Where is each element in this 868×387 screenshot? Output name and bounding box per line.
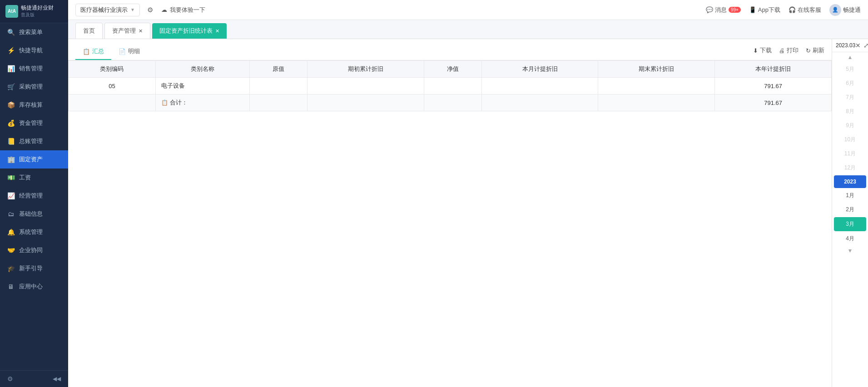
- refresh-label: 刷新: [813, 46, 824, 55]
- company-name: 医疗器械行业演示: [80, 6, 128, 14]
- depreciation-table: 类别编码 类别名称 原值 期初累计折旧 净值 本月计提折旧 期末累计折旧 本年计…: [68, 60, 832, 111]
- date-month-1[interactable]: 1月: [832, 189, 868, 203]
- sidebar-icon-quicknav: ⚡: [7, 47, 15, 54]
- sidebar-item-purchase[interactable]: 🛒 采购管理: [0, 78, 68, 96]
- sidebar-item-funds[interactable]: 💰 资金管理: [0, 114, 68, 132]
- app-download-button[interactable]: 📱 App下载: [749, 6, 780, 14]
- sidebar-icon-ledger: 📒: [7, 138, 15, 145]
- sidebar-item-sales[interactable]: 📊 销售管理: [0, 60, 68, 78]
- date-panel-close-icon[interactable]: ✕: [855, 42, 861, 49]
- sidebar-icon-search: 🔍: [7, 29, 15, 36]
- print-button[interactable]: 🖨 打印: [779, 46, 799, 55]
- sidebar-label-fixed-assets: 固定资产: [19, 155, 43, 164]
- sidebar-item-quicknav[interactable]: ⚡ 快捷导航: [0, 41, 68, 60]
- total-empty: [69, 94, 156, 111]
- sidebar-item-payroll[interactable]: 💵 工资: [0, 169, 68, 187]
- sidebar-label-inventory: 库存核算: [19, 101, 43, 109]
- tab-depreciation[interactable]: 固定资产折旧统计表 ✕: [152, 23, 227, 39]
- collapse-icon[interactable]: ◀◀: [53, 376, 61, 382]
- date-month-7[interactable]: 7月: [832, 90, 868, 104]
- download-button[interactable]: ⬇ 下载: [753, 46, 772, 55]
- company-selector[interactable]: 医疗器械行业演示 ▼: [75, 4, 140, 16]
- date-month-12[interactable]: 12月: [832, 161, 868, 175]
- company-dropdown-icon: ▼: [130, 7, 135, 12]
- sidebar-item-guide[interactable]: 🎓 新手引导: [0, 259, 68, 278]
- user-menu[interactable]: 👤 畅捷通: [829, 4, 861, 16]
- tab-asset-mgmt-close[interactable]: ✕: [139, 28, 143, 34]
- sidebar-label-search: 搜索菜单: [19, 28, 43, 36]
- row-yearly-dep: 791.67: [715, 78, 832, 94]
- refresh-icon: ↻: [806, 47, 811, 54]
- download-label: 下载: [760, 46, 772, 55]
- topbar: 医疗器械行业演示 ▼ ⚙ ☁ 我要体验一下 💬 消息 99+ 📱 App下载 🎧…: [68, 0, 868, 20]
- print-icon: 🖨: [779, 47, 785, 54]
- sidebar-icon-purchase: 🛒: [7, 83, 15, 90]
- tab-asset-mgmt[interactable]: 资产管理 ✕: [104, 23, 150, 39]
- date-scroll-up[interactable]: ▲: [832, 52, 868, 62]
- refresh-button[interactable]: ↻ 刷新: [806, 46, 824, 55]
- subtab-bar: 📋 汇总 📄 明细 ⬇ 下载 🖨 打印: [68, 39, 832, 60]
- row-monthly-dep: [481, 78, 598, 94]
- date-month-2[interactable]: 2月: [832, 203, 868, 217]
- online-service-button[interactable]: 🎧 在线客服: [789, 6, 821, 14]
- service-icon: 🎧: [789, 6, 796, 13]
- tab-asset-mgmt-label: 资产管理: [112, 27, 136, 35]
- logo-title: 畅捷通好业财: [21, 5, 54, 12]
- sidebar-item-app-center[interactable]: 🖥 应用中心: [0, 278, 68, 296]
- col-original: 原值: [249, 61, 307, 78]
- date-month-6[interactable]: 6月: [832, 76, 868, 90]
- sidebar-item-ledger[interactable]: 📒 总账管理: [0, 132, 68, 150]
- date-month-10[interactable]: 10月: [832, 133, 868, 147]
- message-button[interactable]: 💬 消息 99+: [706, 6, 741, 14]
- row-period-dep: [598, 78, 715, 94]
- print-label: 打印: [787, 46, 799, 55]
- subtab-detail[interactable]: 📄 明细: [111, 44, 147, 60]
- subtab-left: 📋 汇总 📄 明细: [75, 44, 147, 60]
- date-month-8[interactable]: 8月: [832, 104, 868, 119]
- date-panel-expand-icon[interactable]: ⤢: [863, 42, 868, 49]
- main-area: 医疗器械行业演示 ▼ ⚙ ☁ 我要体验一下 💬 消息 99+ 📱 App下载 🎧…: [68, 0, 868, 387]
- date-scroll-down[interactable]: ▼: [832, 246, 868, 256]
- sidebar-label-funds: 资金管理: [19, 119, 43, 127]
- date-panel-header: 2023.03 ✕ ⤢: [832, 39, 868, 52]
- sidebar-item-operations[interactable]: 📈 经营管理: [0, 187, 68, 205]
- tab-home[interactable]: 首页: [75, 23, 103, 39]
- logo-icon: AtA: [5, 5, 18, 18]
- total-original: [249, 94, 307, 111]
- sidebar-label-ledger: 总账管理: [19, 137, 43, 145]
- sidebar-icon-payroll: 💵: [7, 174, 15, 181]
- date-panel: 2023.03 ✕ ⤢ ▲ 5月 6月 7月 8月 9月 10月 11月 12月…: [832, 39, 868, 387]
- sidebar-item-inventory[interactable]: 📦 库存核算: [0, 96, 68, 114]
- sidebar-item-base[interactable]: 🗂 基础信息: [0, 205, 68, 223]
- date-month-11[interactable]: 11月: [832, 147, 868, 161]
- date-year-label[interactable]: 2023: [834, 175, 866, 188]
- subtab-detail-label: 明细: [128, 47, 140, 55]
- settings-icon[interactable]: ⚙: [7, 375, 13, 382]
- total-monthly: [481, 94, 598, 111]
- topbar-right: 💬 消息 99+ 📱 App下载 🎧 在线客服 👤 畅捷通: [706, 4, 861, 16]
- sidebar-item-collab[interactable]: 🤝 企业协同: [0, 241, 68, 259]
- total-net: [424, 94, 481, 111]
- sidebar-icon-fixed-assets: 🏢: [7, 156, 15, 163]
- total-row: 📋 合计： 791.67: [69, 94, 832, 111]
- experience-button[interactable]: ☁ 我要体验一下: [161, 6, 205, 14]
- settings-icon[interactable]: ⚙: [147, 6, 153, 14]
- sidebar-item-system[interactable]: 🔔 系统管理: [0, 223, 68, 241]
- total-yearly: 791.67: [715, 94, 832, 111]
- message-label: 消息: [715, 6, 727, 14]
- subtab-summary[interactable]: 📋 汇总: [75, 44, 111, 60]
- date-month-5[interactable]: 5月: [832, 62, 868, 76]
- date-month-4[interactable]: 4月: [832, 232, 868, 246]
- sidebar-item-fixed-assets[interactable]: 🏢 固定资产: [0, 150, 68, 169]
- message-icon: 💬: [706, 6, 713, 13]
- sidebar: AtA 畅捷通好业财 普及版 🔍 搜索菜单 ⚡ 快捷导航 📊 销售管理 🛒 采购…: [0, 0, 68, 387]
- experience-label: 我要体验一下: [170, 6, 205, 14]
- cloud-icon: ☁: [161, 6, 167, 13]
- sidebar-label-purchase: 采购管理: [19, 83, 43, 91]
- date-month-3[interactable]: 3月: [834, 217, 866, 231]
- download-icon: ⬇: [753, 47, 758, 54]
- date-panel-title: 2023.03: [836, 42, 855, 49]
- sidebar-item-search[interactable]: 🔍 搜索菜单: [0, 23, 68, 41]
- tab-depreciation-close[interactable]: ✕: [215, 28, 219, 34]
- date-month-9[interactable]: 9月: [832, 119, 868, 133]
